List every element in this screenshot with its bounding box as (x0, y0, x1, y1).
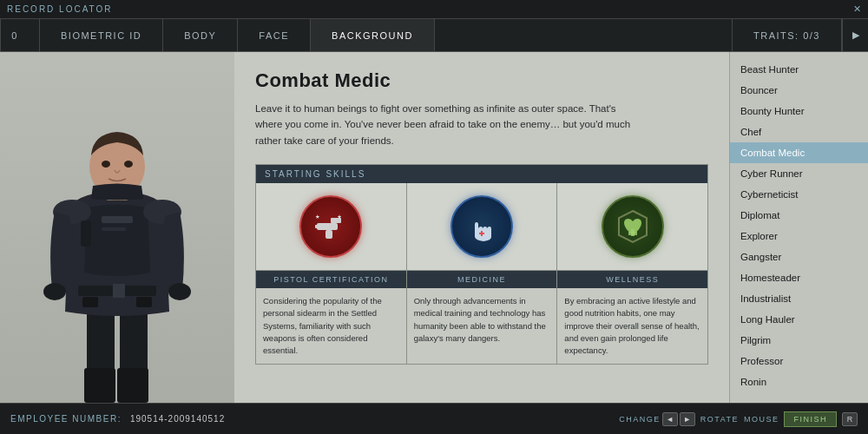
skill-item-wellness: WELLNESS By embracing an active lifestyl… (557, 183, 707, 364)
tab-key[interactable]: 0 (0, 19, 40, 51)
sidebar-item-industrialist[interactable]: Industrialist (730, 288, 868, 309)
mouse-btn-group: MOUSE (744, 415, 779, 424)
svg-rect-14 (81, 220, 91, 247)
tab-body[interactable]: BODY (163, 19, 238, 51)
skills-header: STARTING SKILLS (256, 165, 707, 183)
skill-icon-area-pistol (256, 183, 406, 270)
svg-rect-16 (113, 284, 125, 298)
svg-rect-17 (82, 297, 98, 307)
background-title: Combat Medic (255, 69, 708, 92)
skills-section: STARTING SKILLS (255, 164, 708, 365)
skill-name-medicine: MEDICINE (407, 270, 557, 288)
svg-rect-3 (117, 368, 148, 403)
skill-item-pistol: PISTOL CERTIFICATION Considering the pop… (256, 183, 407, 364)
wellness-icon (614, 207, 652, 246)
tab-traits[interactable]: TRAITS: 0/3 (732, 19, 842, 51)
finish-button[interactable]: FINISH (784, 411, 837, 427)
background-sidebar: Beast HunterBouncerBounty HunterChefComb… (729, 52, 868, 403)
sidebar-item-homesteader[interactable]: Homesteader (730, 267, 868, 288)
sidebar-item-diplomat[interactable]: Diplomat (730, 205, 868, 226)
sidebar-item-combat-medic[interactable]: Combat Medic (730, 142, 868, 163)
sidebar-item-bounty-hunter[interactable]: Bounty Hunter (730, 101, 868, 122)
tab-biometric[interactable]: BIOMETRIC ID (40, 19, 163, 51)
svg-rect-18 (136, 297, 152, 307)
mouse-label: MOUSE (744, 415, 779, 424)
svg-marker-24 (316, 214, 320, 219)
svg-rect-22 (315, 225, 319, 228)
skill-item-medicine: MEDICINE Only through advancements in me… (407, 183, 558, 364)
sidebar-item-professor[interactable]: Professor (730, 351, 868, 372)
finish-key: R (842, 412, 858, 426)
record-locator-title: RECORD LOCATOR (7, 4, 113, 14)
skill-desc-medicine: Only through advancements in medical tra… (407, 288, 557, 364)
skill-desc-pistol: Considering the popularity of the person… (256, 288, 406, 364)
tab-face[interactable]: FACE (238, 19, 311, 51)
pistol-icon (313, 211, 348, 242)
change-btn-group: CHANGE ◄ ► (619, 412, 695, 426)
skills-grid: PISTOL CERTIFICATION Considering the pop… (256, 183, 707, 364)
skill-badge-wellness (602, 195, 664, 258)
svg-rect-2 (84, 368, 115, 403)
svg-point-9 (168, 283, 191, 300)
skill-desc-wellness: By embracing an active lifestyle and goo… (557, 288, 707, 364)
sidebar-item-beast-hunter[interactable]: Beast Hunter (730, 59, 868, 80)
rotate-btn-group: ROTATE (700, 415, 739, 424)
sidebar-item-long-hauler[interactable]: Long Hauler (730, 309, 868, 330)
change-label: CHANGE (619, 415, 661, 424)
svg-rect-26 (479, 233, 484, 234)
tab-background[interactable]: BACKGROUND (311, 19, 435, 51)
change-left-key[interactable]: ◄ (662, 412, 678, 426)
sidebar-item-chef[interactable]: Chef (730, 122, 868, 142)
skill-icon-area-wellness (557, 183, 707, 270)
svg-point-13 (124, 161, 133, 168)
skill-badge-pistol (299, 195, 362, 258)
svg-rect-20 (331, 218, 341, 223)
sidebar-item-gangster[interactable]: Gangster (730, 247, 868, 267)
svg-point-12 (102, 161, 110, 168)
svg-rect-19 (317, 223, 338, 230)
bottom-bar: EMPLOYEE NUMBER: 190514-2009140512 CHANG… (0, 403, 868, 434)
sidebar-item-cyberneticist[interactable]: Cyberneticist (730, 184, 868, 205)
skill-name-wellness: WELLNESS (557, 270, 707, 288)
character-svg (22, 73, 213, 403)
top-bar: RECORD LOCATOR ✕ (0, 0, 868, 19)
svg-rect-21 (326, 230, 332, 239)
portrait-area (0, 52, 234, 403)
rotate-label: ROTATE (700, 415, 739, 424)
nav-tabs: 0 BIOMETRIC ID BODY FACE BACKGROUND TRAI… (0, 19, 868, 52)
close-icon[interactable]: ✕ (853, 3, 861, 15)
skill-name-pistol: PISTOL CERTIFICATION (256, 270, 406, 288)
sidebar-item-pilgrim[interactable]: Pilgrim (730, 330, 868, 351)
sidebar-item-cyber-runner[interactable]: Cyber Runner (730, 163, 868, 184)
bottom-buttons: CHANGE ◄ ► ROTATE MOUSE FINISH R (619, 411, 858, 427)
medicine-icon (464, 209, 499, 244)
sidebar-item-ronin[interactable]: Ronin (730, 372, 868, 392)
employee-label: EMPLOYEE NUMBER: (10, 414, 122, 424)
employee-number: 190514-2009140512 (130, 414, 225, 424)
tab-right-key[interactable]: ▶ (842, 19, 868, 51)
background-description: Leave it to human beings to fight over s… (255, 101, 637, 148)
skill-icon-area-medicine (407, 183, 557, 270)
svg-rect-4 (102, 216, 133, 223)
skill-badge-medicine (450, 195, 513, 258)
main-content: Combat Medic Leave it to human beings to… (0, 52, 868, 403)
tab-key-label: 0 (11, 30, 18, 41)
sidebar-item-explorer[interactable]: Explorer (730, 226, 868, 247)
svg-point-8 (43, 283, 66, 300)
svg-rect-5 (102, 227, 126, 231)
change-right-key[interactable]: ► (680, 412, 695, 426)
description-area: Combat Medic Leave it to human beings to… (234, 52, 729, 403)
svg-rect-29 (628, 232, 637, 235)
sidebar-item-bouncer[interactable]: Bouncer (730, 80, 868, 101)
